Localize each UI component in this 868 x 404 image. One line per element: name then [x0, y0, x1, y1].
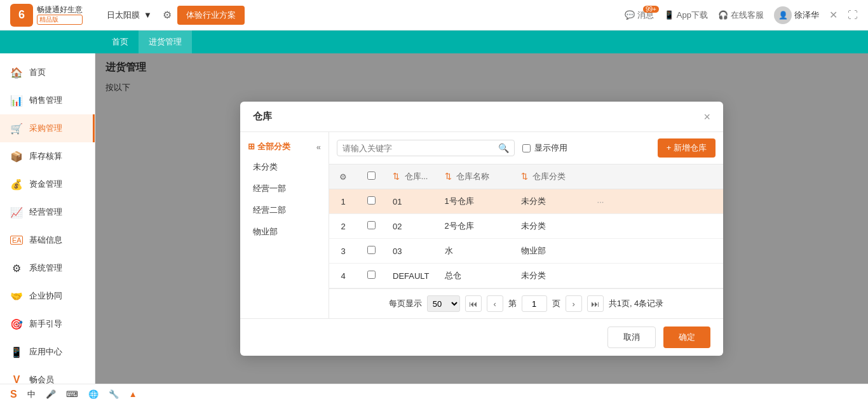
sidebar-item-home[interactable]: 🏠 首页: [0, 58, 95, 86]
modal-sidebar-header: ⊞ 全部分类 «: [240, 137, 329, 156]
content-area: 进货管理 按以下 仓库 × ⊞ 全部分类 «: [95, 53, 868, 404]
modal-pagination: 每页显示 50 20 100 ⏮ ‹ 第 页 ›: [329, 288, 723, 318]
td-category-4: 未分类: [513, 264, 590, 288]
user-group[interactable]: 👤 徐泽华: [774, 6, 819, 24]
show-disabled-checkbox[interactable]: [522, 144, 531, 152]
th-settings[interactable]: ⚙: [329, 165, 357, 189]
th-category[interactable]: ⇅ 仓库分类: [513, 165, 590, 189]
online-service-label: 在线客服: [731, 10, 764, 21]
modal-header: 仓库 ×: [240, 102, 723, 132]
sidebar-item-purchase[interactable]: 🛒 采购管理: [0, 114, 95, 142]
select-all-checkbox[interactable]: [367, 172, 376, 180]
nav-item-purchase[interactable]: 进货管理: [139, 30, 192, 53]
modal-sidebar-item-dept1[interactable]: 经营一部: [240, 178, 329, 199]
company-selector[interactable]: 日太阳膜 ▼: [102, 7, 157, 24]
modal-sidebar-item-dept2[interactable]: 经营二部: [240, 199, 329, 221]
prev-page-button[interactable]: ‹: [487, 295, 503, 312]
settings-icon[interactable]: ⚙: [157, 5, 177, 25]
modal-sidebar-item-unclassified[interactable]: 未分类: [240, 156, 329, 178]
finance-icon: 💰: [10, 178, 23, 191]
td-code-4: DEFAULT: [385, 264, 437, 288]
td-check-1[interactable]: [357, 189, 385, 214]
search-input[interactable]: [342, 144, 494, 153]
purchase-icon: 🛒: [10, 123, 23, 135]
last-page-button[interactable]: ⏭: [587, 295, 604, 312]
modal-main-content: 🔍 显示停用 + 新增仓库: [329, 132, 723, 318]
td-more-2[interactable]: [590, 214, 723, 239]
sidebar-item-enterprise[interactable]: 🤝 企业协同: [0, 282, 95, 310]
status-icon-zh: 中: [27, 389, 36, 400]
sort-icon: ⇅: [393, 172, 400, 181]
td-check-4[interactable]: [357, 264, 385, 288]
sidebar-item-apps[interactable]: 📱 应用中心: [0, 338, 95, 366]
guide-icon: 🎯: [10, 318, 23, 330]
sidebar-item-inventory[interactable]: 📦 库存核算: [0, 142, 95, 170]
page-unit: 页: [552, 298, 560, 309]
enterprise-icon: 🤝: [10, 290, 23, 302]
confirm-button[interactable]: 确定: [663, 327, 710, 348]
sidebar-item-guide[interactable]: 🎯 新手引导: [0, 310, 95, 338]
main-layout: 🏠 首页 📊 销售管理 🛒 采购管理 📦 库存核算 💰 资金管理 📈 经营管理 …: [0, 53, 868, 404]
status-icon-s: S: [10, 389, 17, 400]
sidebar-item-system[interactable]: ⚙ 系统管理: [0, 254, 95, 282]
total-label: 共1页, 4条记录: [609, 298, 664, 309]
table-row[interactable]: 2 02 2号仓库 未分类: [329, 214, 723, 239]
th-name[interactable]: ⇅ 仓库名称: [437, 165, 513, 189]
logo-badge: 精品版: [37, 15, 83, 25]
system-icon: ⚙: [10, 262, 23, 274]
experience-button[interactable]: 体验行业方案: [177, 6, 245, 25]
window-close-icon[interactable]: ✕: [829, 9, 837, 21]
modal-overlay: 仓库 × ⊞ 全部分类 « 未分类: [95, 53, 868, 404]
td-row-num-2: 2: [329, 214, 357, 239]
message-icon: 💬: [625, 10, 635, 20]
add-warehouse-button[interactable]: + 新增仓库: [658, 138, 715, 158]
td-category-2: 未分类: [513, 214, 590, 239]
table-header: ⚙ ⇅ 仓库...: [329, 165, 723, 189]
message-group[interactable]: 💬 消息 99+: [625, 10, 654, 21]
app-download-label: App下载: [677, 10, 708, 21]
sidebar-item-sales[interactable]: 📊 销售管理: [0, 86, 95, 114]
home-icon: 🏠: [10, 67, 23, 79]
topbar-right: 💬 消息 99+ 📱 App下载 🎧 在线客服 👤 徐泽华 ✕ ⛶: [625, 6, 858, 24]
sidebar-item-operations[interactable]: 📈 经营管理: [0, 198, 95, 226]
online-service-group[interactable]: 🎧 在线客服: [718, 10, 764, 21]
app-download-group[interactable]: 📱 App下载: [664, 10, 708, 21]
logo-icon: 6: [10, 4, 33, 27]
td-more-3[interactable]: [590, 239, 723, 264]
per-page-select[interactable]: 50 20 100: [427, 295, 460, 312]
modal-sidebar-item-property[interactable]: 物业部: [240, 221, 329, 243]
td-check-2[interactable]: [357, 214, 385, 239]
topbar: 6 畅捷通好生意 精品版 日太阳膜 ▼ ⚙ 体验行业方案 💬 消息 99+ 📱 …: [0, 0, 868, 30]
next-page-button[interactable]: ›: [566, 295, 582, 312]
th-code[interactable]: ⇅ 仓库...: [385, 165, 437, 189]
table-row[interactable]: 1 01 1号仓库 未分类 ···: [329, 189, 723, 214]
td-name-3: 水: [437, 239, 513, 264]
sidebar: 🏠 首页 📊 销售管理 🛒 采购管理 📦 库存核算 💰 资金管理 📈 经营管理 …: [0, 53, 95, 404]
window-fullscreen-icon[interactable]: ⛶: [848, 10, 858, 21]
cancel-button[interactable]: 取消: [607, 327, 656, 348]
first-page-button[interactable]: ⏮: [465, 295, 482, 312]
sales-icon: 📊: [10, 95, 23, 107]
inventory-icon: 📦: [10, 151, 23, 163]
sidebar-item-finance[interactable]: 💰 资金管理: [0, 170, 95, 198]
td-check-3[interactable]: [357, 239, 385, 264]
th-checkbox[interactable]: [357, 165, 385, 189]
table-row[interactable]: 4 DEFAULT 总仓 未分类: [329, 264, 723, 288]
td-more-1[interactable]: ···: [590, 189, 723, 214]
nav-item-home[interactable]: 首页: [102, 30, 139, 53]
td-category-3: 物业部: [513, 239, 590, 264]
sidebar-item-basic-info[interactable]: EA 基础信息: [0, 226, 95, 254]
show-disabled-label[interactable]: 显示停用: [522, 142, 567, 154]
collapse-icon[interactable]: «: [316, 142, 321, 152]
table-row[interactable]: 3 03 水 物业部: [329, 239, 723, 264]
modal-table: ⚙ ⇅ 仓库...: [329, 165, 723, 288]
modal-close-button[interactable]: ×: [703, 111, 710, 123]
operations-icon: 📈: [10, 206, 23, 219]
status-icon-keyboard: ⌨: [66, 389, 78, 399]
logo: 6 畅捷通好生意 精品版: [10, 4, 86, 27]
status-icon-wrench: 🔧: [109, 389, 119, 399]
td-more-4[interactable]: [590, 264, 723, 288]
td-name-1: 1号仓库: [437, 189, 513, 214]
page-input[interactable]: [522, 295, 547, 312]
more-icon-1[interactable]: ···: [597, 197, 604, 206]
